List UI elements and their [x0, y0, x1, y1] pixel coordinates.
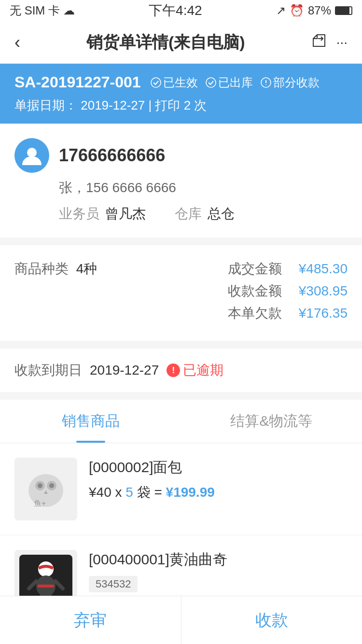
- received-label: 收款金额: [228, 282, 282, 300]
- page-title: 销货单详情(来自电脑): [86, 31, 245, 54]
- banner-top: SA-20191227-001 已生效 已出库 部分收款: [14, 73, 348, 91]
- price-multiply: x: [115, 485, 126, 500]
- battery-icon: ↗: [276, 4, 286, 17]
- status-time: 下午4:42: [149, 1, 202, 20]
- svg-point-12: [38, 561, 54, 577]
- overdue-icon: !: [167, 364, 180, 377]
- status-right: ↗ ⏰ 87%: [276, 4, 352, 17]
- stats-right: 成交金额 ¥485.30 收款金额 ¥308.95 本单欠款 ¥176.35: [228, 260, 348, 326]
- received-value: ¥308.95: [290, 283, 348, 299]
- battery-level: 87%: [308, 4, 331, 17]
- share-button[interactable]: [311, 33, 327, 52]
- status-partial: 部分收款: [261, 75, 320, 90]
- received-stat: 收款金额 ¥308.95: [228, 282, 348, 300]
- banner-date: 单据日期： 2019-12-27 | 打印 2 次: [14, 97, 348, 114]
- tab-settlement[interactable]: 结算&物流等: [181, 400, 362, 443]
- avatar: [14, 138, 49, 173]
- amount-stat: 成交金额 ¥485.30: [228, 260, 348, 278]
- product-name: [0000002]面包: [89, 458, 348, 477]
- owed-value: ¥176.35: [290, 306, 348, 321]
- amount-value: ¥485.30: [290, 261, 348, 277]
- svg-point-3: [27, 148, 37, 157]
- overdue-badge: ! 已逾期: [167, 361, 223, 379]
- cancel-button[interactable]: 弃审: [0, 596, 181, 644]
- list-item: 鱼+ [0000002]面包 ¥40 x 5 袋 = ¥199.99: [0, 443, 362, 535]
- product-name-2: [000400001]黄油曲奇: [89, 550, 348, 570]
- nav-actions: ···: [311, 33, 348, 52]
- customer-meta: 业务员 曾凡杰 仓库 总仓: [14, 205, 348, 223]
- alarm-icon: ⏰: [290, 4, 304, 17]
- customer-phone: 17666666666: [59, 145, 165, 166]
- status-effective: 已生效: [151, 75, 198, 90]
- confirm-button[interactable]: 收款: [181, 596, 362, 644]
- price-total: ¥199.99: [166, 485, 215, 500]
- price-qty: 5: [125, 485, 133, 500]
- svg-point-0: [151, 78, 161, 87]
- svg-point-7: [38, 483, 42, 488]
- back-button[interactable]: ‹: [14, 32, 20, 53]
- tabs-section: 销售商品 结算&物流等: [0, 400, 362, 443]
- due-section: 收款到期日 2019-12-27 ! 已逾期: [0, 349, 362, 392]
- product-thumbnail: 鱼+: [14, 458, 77, 520]
- product-type-stat: 商品种类 4种: [14, 260, 97, 278]
- product-info: [0000002]面包 ¥40 x 5 袋 = ¥199.99: [89, 458, 348, 502]
- status-bar: 无 SIM 卡 ☁ 下午4:42 ↗ ⏰ 87%: [0, 0, 362, 21]
- bottom-bar: 弃审 收款: [0, 596, 362, 644]
- stats-left: 商品种类 4种: [14, 260, 97, 278]
- header-banner: SA-20191227-001 已生效 已出库 部分收款 单据日期： 2019-…: [0, 64, 362, 124]
- overdue-text: 已逾期: [183, 361, 223, 379]
- stats-row: 商品种类 4种 成交金额 ¥485.30 收款金额 ¥308.95 本单欠款 ¥…: [14, 260, 348, 326]
- amount-label: 成交金额: [228, 260, 282, 278]
- type-value: 4种: [76, 261, 97, 276]
- warehouse-info: 仓库 总仓: [175, 205, 235, 223]
- staff-info: 业务员 曾凡杰: [59, 205, 146, 223]
- svg-point-8: [49, 483, 54, 488]
- tabs-row: 销售商品 结算&物流等: [0, 400, 362, 443]
- due-date: 2019-12-27: [90, 363, 159, 378]
- status-shipped: 已出库: [206, 75, 253, 90]
- svg-text:鱼+: 鱼+: [34, 499, 46, 507]
- staff-label: 业务员: [59, 205, 99, 223]
- owed-stat: 本单欠款 ¥176.35: [228, 304, 348, 322]
- battery-bar: [335, 6, 352, 15]
- price-equals: =: [154, 485, 166, 500]
- customer-top: 17666666666: [14, 138, 348, 173]
- customer-section: 17666666666 张，156 6666 6666 业务员 曾凡杰 仓库 总…: [0, 124, 362, 238]
- status-tags: 已生效 已出库 部分收款: [151, 75, 320, 90]
- price-unit-label: 袋: [137, 485, 151, 500]
- customer-name: 张，156 6666 6666: [14, 179, 348, 197]
- due-label: 收款到期日: [14, 361, 82, 379]
- tab-products[interactable]: 销售商品: [0, 400, 181, 443]
- sim-status: 无 SIM 卡 ☁: [10, 3, 75, 18]
- svg-rect-14: [38, 585, 54, 588]
- svg-point-1: [206, 78, 216, 87]
- type-label: 商品种类: [14, 261, 69, 276]
- stats-section: 商品种类 4种 成交金额 ¥485.30 收款金额 ¥308.95 本单欠款 ¥…: [0, 245, 362, 341]
- warehouse-label: 仓库: [175, 205, 202, 223]
- warehouse-name: 总仓: [208, 205, 235, 223]
- order-id: SA-20191227-001: [14, 73, 141, 91]
- status-left: 无 SIM 卡 ☁: [10, 3, 75, 18]
- owed-label: 本单欠款: [228, 304, 282, 322]
- product-price: ¥40 x 5 袋 = ¥199.99: [89, 483, 348, 502]
- nav-bar: ‹ 销货单详情(来自电脑) ···: [0, 21, 362, 64]
- price-unit: ¥40: [89, 485, 111, 500]
- more-button[interactable]: ···: [336, 35, 348, 50]
- product-tag: 534532: [89, 576, 138, 592]
- staff-name: 曾凡杰: [105, 205, 146, 223]
